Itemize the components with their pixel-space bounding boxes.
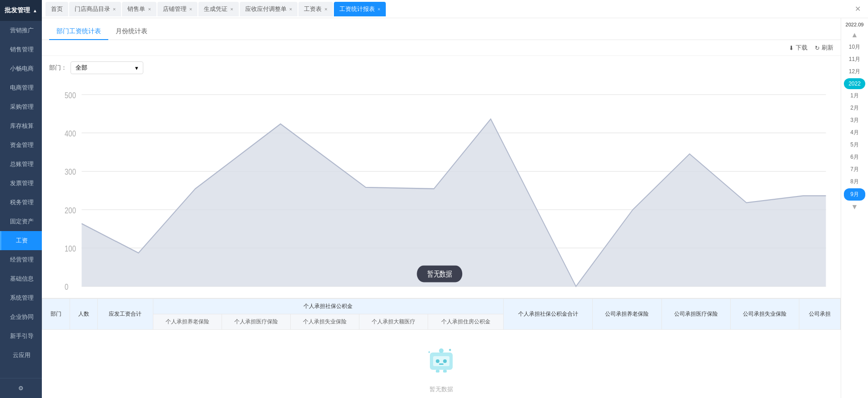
- svg-text:✦: ✦: [448, 348, 452, 353]
- sidebar-item-销售管理[interactable]: 销售管理: [0, 40, 42, 59]
- sidebar-item-发票管理[interactable]: 发票管理: [0, 174, 42, 193]
- sidebar-item-总账管理[interactable]: 总账管理: [0, 155, 42, 174]
- sidebar-item-小畅电商[interactable]: 小畅电商: [0, 59, 42, 78]
- svg-point-19: [439, 348, 444, 353]
- tabs-container: 首页门店商品目录×销售单×店铺管理×生成凭证×应收应付调整单×工资表×工资统计报…: [45, 2, 850, 16]
- sidebar-header[interactable]: 批发管理 ▲: [0, 0, 42, 21]
- col-personal-group: 个人承担社保公积金: [153, 299, 504, 314]
- dept-filter-value: 全部: [76, 64, 87, 72]
- col-personal-major-medical: 个人承担大额医疗: [359, 314, 428, 330]
- cal-month-2[interactable]: 2月: [841, 102, 868, 114]
- svg-text:✦: ✦: [428, 350, 431, 354]
- cal-month-1[interactable]: 1月: [841, 90, 868, 102]
- tab-应收应付调整单[interactable]: 应收应付调整单×: [240, 2, 298, 16]
- col-total-salary: 应发工资合计: [98, 299, 153, 330]
- tab-close-button[interactable]: ×: [378, 6, 380, 12]
- svg-rect-18: [443, 370, 447, 373]
- tabs-bar: 首页门店商品目录×销售单×店铺管理×生成凭证×应收应付调整单×工资表×工资统计报…: [42, 0, 868, 18]
- tab-close-button[interactable]: ×: [148, 6, 151, 12]
- table-section: 部门 人数 应发工资合计 个人承担社保公积金 个人承担社保公积金合计 公司承担养…: [42, 298, 841, 398]
- cal-month-3[interactable]: 3月: [841, 114, 868, 126]
- area-chart: 0 100 200 300 400 500: [65, 84, 832, 293]
- cal-up-button[interactable]: ▲: [849, 29, 860, 41]
- sidebar-item-税务管理[interactable]: 税务管理: [0, 193, 42, 212]
- cal-month-7[interactable]: 7月: [841, 163, 868, 176]
- svg-text:300: 300: [65, 167, 76, 177]
- chart-area: 0 100 200 300 400 500: [42, 80, 841, 298]
- svg-text:500: 500: [65, 91, 76, 100]
- tab-close-button[interactable]: ×: [230, 6, 233, 12]
- cal-month-5[interactable]: 5月: [841, 139, 868, 151]
- tab-工资表[interactable]: 工资表×: [298, 2, 333, 16]
- sidebar-item-基础信息[interactable]: 基础信息: [0, 269, 42, 288]
- cal-month-9-active[interactable]: 9月: [844, 188, 865, 201]
- cal-year-2022[interactable]: 2022: [844, 78, 865, 89]
- tab-门店商品目录[interactable]: 门店商品目录×: [69, 2, 121, 16]
- tab-生成凭证[interactable]: 生成凭证×: [198, 2, 238, 16]
- tab-店铺管理[interactable]: 店铺管理×: [157, 2, 197, 16]
- svg-text:100: 100: [65, 244, 76, 254]
- tab-close-button[interactable]: ×: [289, 6, 292, 12]
- svg-text:400: 400: [65, 129, 76, 139]
- svg-text:0: 0: [65, 282, 68, 292]
- download-button[interactable]: ⬇ 下载: [789, 44, 807, 52]
- tab-close-button[interactable]: ×: [324, 6, 327, 12]
- tab-销售单[interactable]: 销售单×: [122, 2, 156, 16]
- sub-tab-month[interactable]: 月份统计表: [108, 24, 155, 40]
- page-content: 部门工资统计表 月份统计表 ⬇ 下载 ↻ 刷新 部门： 全部 ▾: [42, 18, 841, 398]
- cal-month-11[interactable]: 11月: [841, 53, 868, 65]
- svg-point-15: [443, 359, 447, 363]
- col-personal-sum: 个人承担社保公积金合计: [504, 299, 593, 330]
- sidebar-item-系统管理[interactable]: 系统管理: [0, 288, 42, 307]
- sidebar-footer-settings[interactable]: ⚙: [0, 378, 42, 398]
- close-all-tabs-button[interactable]: ✕: [851, 3, 864, 15]
- sidebar-item-电商管理[interactable]: 电商管理: [0, 78, 42, 97]
- refresh-button[interactable]: ↻ 刷新: [815, 44, 833, 52]
- svg-text:200: 200: [65, 206, 76, 215]
- sidebar-item-资金管理[interactable]: 资金管理: [0, 136, 42, 155]
- cal-month-10[interactable]: 10月: [841, 41, 868, 53]
- sidebar-item-固定资产[interactable]: 固定资产: [0, 212, 42, 231]
- cal-year-label: 2022.09: [845, 20, 865, 29]
- sidebar-item-工资[interactable]: 工资: [0, 231, 42, 250]
- sidebar-item-云应用[interactable]: 云应用: [0, 346, 42, 365]
- sidebar-arrow-icon: ▲: [33, 8, 37, 13]
- col-company-other: 公司承担: [799, 299, 840, 330]
- sub-tab-dept[interactable]: 部门工资统计表: [49, 24, 108, 40]
- dept-filter-select[interactable]: 全部 ▾: [71, 61, 143, 74]
- sidebar-item-库存核算[interactable]: 库存核算: [0, 116, 42, 136]
- tab-label: 销售单: [127, 5, 145, 13]
- col-count: 人数: [70, 299, 98, 330]
- tab-label: 首页: [51, 5, 63, 13]
- svg-rect-16: [439, 363, 444, 365]
- col-company-pension: 公司承担养老保险: [593, 299, 661, 330]
- tab-label: 生成凭证: [204, 5, 227, 13]
- sidebar-title: 批发管理: [5, 6, 30, 15]
- svg-rect-17: [436, 370, 439, 373]
- download-icon: ⬇: [789, 45, 794, 51]
- col-company-medical: 公司承担医疗保险: [661, 299, 730, 330]
- data-table: 部门 人数 应发工资合计 个人承担社保公积金 个人承担社保公积金合计 公司承担养…: [42, 298, 841, 330]
- col-personal-housing: 个人承担住房公积金: [428, 314, 504, 330]
- tab-close-button[interactable]: ×: [113, 6, 116, 12]
- toolbar: ⬇ 下载 ↻ 刷新: [42, 40, 841, 56]
- col-personal-unemployment: 个人承担失业保险: [290, 314, 359, 330]
- tab-close-button[interactable]: ×: [189, 6, 192, 12]
- svg-point-14: [436, 359, 439, 363]
- sidebar-item-经营管理[interactable]: 经营管理: [0, 250, 42, 269]
- cal-month-4[interactable]: 4月: [841, 126, 868, 139]
- no-data-tooltip-text: 暂无数据: [427, 270, 452, 278]
- cal-month-8[interactable]: 8月: [841, 176, 868, 188]
- refresh-label: 刷新: [822, 44, 833, 52]
- sidebar-item-采购管理[interactable]: 采购管理: [0, 97, 42, 116]
- sidebar-item-新手引导[interactable]: 新手引导: [0, 327, 42, 346]
- tab-首页[interactable]: 首页: [45, 2, 68, 16]
- tab-label: 工资统计报表: [339, 5, 375, 13]
- sidebar-item-营销推广[interactable]: 营销推广: [0, 21, 42, 40]
- cal-month-12[interactable]: 12月: [841, 65, 868, 78]
- cal-down-button[interactable]: ▼: [849, 201, 860, 213]
- sidebar-item-企业协同[interactable]: 企业协同: [0, 307, 42, 327]
- cal-month-6[interactable]: 6月: [841, 151, 868, 163]
- sidebar: 批发管理 ▲ 营销推广销售管理小畅电商电商管理采购管理库存核算资金管理总账管理发…: [0, 0, 42, 398]
- tab-工资统计报表[interactable]: 工资统计报表×: [334, 2, 386, 16]
